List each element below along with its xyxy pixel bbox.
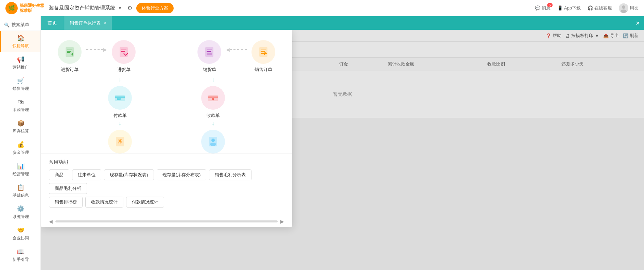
svg-point-19 [117,98,119,100]
sidebar-item-guide[interactable]: 📖 新手引导 [0,245,40,266]
func-btn-payment-stat[interactable]: 付款情况统计 [126,197,164,208]
user-avatar-item[interactable]: 用友 [619,3,639,13]
phone-icon: 📱 [557,5,563,11]
func-btn-contacts[interactable]: 往来单位 [72,169,101,180]
flow-item-purchase-order: 进货订单 [54,40,85,73]
func-btn-sales-profit[interactable]: 销售毛利分析表 [209,169,251,180]
func-btn-goods-profit[interactable]: 商品毛利分析 [49,183,87,194]
func-btn-inventory-status[interactable]: 现存量(库存状况表) [104,169,154,180]
modal-overlay: 进货订单 ▶ 进 [41,30,644,270]
app-download-item[interactable]: 📱 App下载 [557,5,581,11]
func-btn-sales-rank[interactable]: 销售排行榜 [49,197,83,208]
system-dropdown-btn[interactable]: ▼ [118,6,122,11]
sidebar-item-inventory[interactable]: 📦 库存核算 [0,116,40,138]
sidebar: 🔍 搜索菜单 🏠 快捷导航 📢 营销推广 🛒 销售管理 🛍 采购管理 📦 库存核… [0,16,41,270]
settings-icon[interactable]: ⚙ [127,5,132,11]
top-header: 🌿 畅康通好生意 标准版 装备及固定资产辅助管理系统 ▼ ⚙ 体验行业方案 💬 … [0,0,644,16]
scroll-area: ◀ ▶ [41,216,292,227]
service-icon: 🎧 [588,5,593,11]
scroll-right-btn[interactable]: ▶ [280,219,284,224]
logo-area: 🌿 畅康通好生意 标准版 [5,2,46,14]
flow-item-supplier-account: 账 供应商账本 [105,130,135,154]
flow-chart: 进货订单 ▶ 进 [41,30,292,154]
tab-home[interactable]: 首页 [41,16,64,30]
online-service-item[interactable]: 🎧 在线客服 [588,5,612,11]
sidebar-item-sales[interactable]: 🛒 销售管理 [0,74,40,95]
svg-point-1 [622,5,625,9]
search-icon: 🔍 [4,22,10,28]
supplier-account-icon: 账 [108,130,132,154]
purchase-order-icon [58,40,82,64]
finance-icon: 💰 [17,141,24,148]
sidebar-search[interactable]: 🔍 搜索菜单 [0,19,40,31]
svg-point-27 [211,139,215,142]
sales-bill-icon [197,40,221,64]
header-right: 💬 消息 5 📱 App下载 🎧 在线客服 用友 [535,3,639,13]
svg-rect-7 [120,47,128,57]
home-icon: 🏠 [17,34,24,42]
tab-bar: 首页 销售订单执行表 × ✕ [41,16,644,30]
tab-bar-right: ✕ [636,20,644,26]
function-btns-row2: 销售排行榜 收款情况统计 付款情况统计 [49,197,284,208]
page-content: ❓ 帮助 🖨 按模板打印 ▼ 📤 导出 🔄 刷新 [41,30,644,270]
svg-text:¥: ¥ [212,97,214,101]
purchase-icon: 🛍 [18,98,24,106]
system-title: 装备及固定资产辅助管理系统 ▼ ⚙ [49,5,132,11]
func-btn-receipt-stat[interactable]: 收款情况统计 [85,197,123,208]
modal-box: 进货订单 ▶ 进 [41,30,292,227]
system-icon: ⚙️ [17,205,24,213]
svg-text:账: 账 [118,139,122,144]
func-btn-inventory-dist[interactable]: 现存量(库存分布表) [157,169,207,180]
sidebar-item-operation[interactable]: 📊 经营管理 [0,159,40,180]
svg-text:¥: ¥ [119,98,121,101]
svg-point-28 [210,143,216,146]
flow-item-payment-bill: ¥ 付款单 [105,86,135,119]
function-btns-row1: 商品 往来单位 现存量(库存状况表) 现存量(库存分布表) 销售毛利分析表 商品… [49,169,284,194]
enterprise-icon: 🤝 [17,227,24,234]
tab-close-icon[interactable]: × [104,21,106,25]
sidebar-item-quick-nav[interactable]: 🏠 快捷导航 [0,31,40,52]
trial-button[interactable]: 体验行业方案 [136,3,174,13]
flow-item-customer-account: 客户账本 [198,130,228,154]
purchase-bill-icon [112,40,136,64]
message-icon: 💬 [535,5,540,11]
tab-sales-order[interactable]: 销售订单执行表 × [64,16,112,30]
close-all-button[interactable]: ✕ [636,20,640,26]
logo-icon: 🌿 [5,2,18,14]
inventory-icon: 📦 [17,120,24,127]
common-functions-title: 常用功能 [49,159,284,165]
payment-bill-icon: ¥ [108,86,132,110]
flow-item-purchase-bill: 进货单 [108,40,139,73]
sidebar-item-finance[interactable]: 💰 资金管理 [0,138,40,159]
common-functions: 常用功能 商品 往来单位 现存量(库存状况表) 现存量(库存分布表) 销售毛利分… [41,154,292,216]
flow-item-sales-bill: 销货单 [194,40,225,73]
svg-rect-14 [259,47,267,57]
marketing-icon: 📢 [17,56,24,63]
flow-item-receipt-bill: ¥ 收款单 [198,86,228,119]
avatar [619,3,628,13]
message-item[interactable]: 💬 消息 5 [535,5,551,11]
func-btn-goods[interactable]: 商品 [49,169,69,180]
sidebar-item-marketing[interactable]: 📢 营销推广 [0,52,40,74]
guide-icon: 📖 [17,248,24,255]
logo-text: 畅康通好生意 标准版 [20,3,44,13]
sales-order-icon [251,40,275,64]
sales-icon: 🛒 [17,77,24,85]
content-area: 首页 销售订单执行表 × ✕ ❓ 帮助 🖨 按模板打印 ▼ [41,16,644,270]
scroll-bar[interactable] [55,220,278,222]
basic-icon: 📋 [17,184,24,191]
sidebar-item-system[interactable]: ⚙️ 系统管理 [0,202,40,223]
svg-rect-13 [207,53,212,55]
flow-item-sales-order: 销售订单 [248,40,279,73]
main-layout: 🔍 搜索菜单 🏠 快捷导航 📢 营销推广 🛒 销售管理 🛍 采购管理 📦 库存核… [0,16,644,270]
message-badge: 5 [547,3,553,7]
receipt-bill-icon: ¥ [201,86,225,110]
sidebar-item-purchase[interactable]: 🛍 采购管理 [0,95,40,116]
customer-account-icon [201,130,225,154]
sidebar-item-basic[interactable]: 📋 基础信息 [0,180,40,202]
operation-icon: 📊 [17,162,24,170]
scroll-left-btn[interactable]: ◀ [49,219,53,224]
sidebar-item-enterprise[interactable]: 🤝 企业协同 [0,223,40,245]
